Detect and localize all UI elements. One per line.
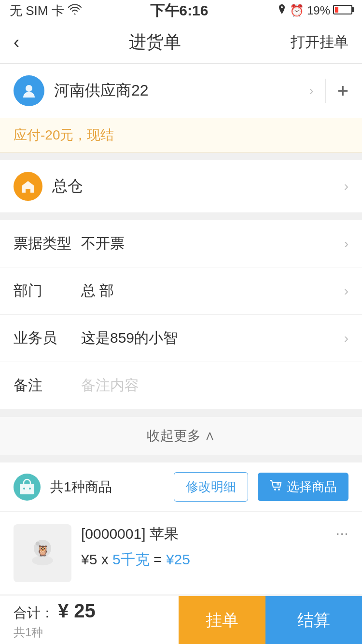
- payment-hint: 应付-20元，现结: [0, 118, 362, 153]
- invoice-value: 不开票: [81, 234, 344, 253]
- products-count: 共1种商品: [50, 478, 164, 496]
- total-amount: ¥ 25: [58, 600, 96, 622]
- unit-price: ¥5 x: [81, 551, 112, 567]
- equals: =: [153, 551, 166, 567]
- wifi-icon: [68, 3, 82, 18]
- svg-point-9: [32, 556, 53, 565]
- alarm-icon: ⏰: [290, 4, 304, 17]
- form-section: 票据类型 不开票 › 部门 总 部 › 业务员 这是859的小智 › 备注 备注…: [0, 220, 362, 409]
- total-label: 合计：: [14, 604, 54, 622]
- chevron-right-icon: ›: [344, 283, 348, 299]
- products-section: 共1种商品 修改明细 选择商品: [0, 462, 362, 594]
- svg-point-0: [26, 85, 32, 92]
- dept-value: 总 部: [81, 281, 344, 301]
- product-price: ¥5 x 5千克 = ¥25: [81, 550, 326, 570]
- select-product-button[interactable]: 选择商品: [258, 473, 348, 501]
- svg-rect-2: [20, 484, 34, 494]
- battery-pct: 19%: [307, 4, 330, 17]
- supplier-avatar: [14, 75, 44, 106]
- chevron-right-icon: ›: [344, 179, 348, 194]
- product-thumbnail: 🦉: [14, 524, 71, 582]
- chevron-right-icon: ›: [309, 83, 313, 98]
- chevron-right-icon: ›: [344, 331, 348, 346]
- hang-order-button[interactable]: 挂单: [179, 596, 265, 644]
- nav-bar: ‹ 进货单 打开挂单: [0, 21, 362, 64]
- supplier-name: 河南供应商22: [54, 80, 309, 101]
- product-title: 苹果: [150, 526, 179, 542]
- collapse-label: 收起更多 ∧: [147, 427, 216, 445]
- remark-row[interactable]: 备注 备注内容: [0, 362, 362, 409]
- supplier-row[interactable]: 河南供应商22 › +: [0, 64, 362, 118]
- svg-point-4: [29, 488, 31, 490]
- products-header: 共1种商品 修改明细 选择商品: [0, 462, 362, 512]
- open-hang-button[interactable]: 打开挂单: [291, 32, 348, 52]
- warehouse-name: 总仓: [52, 176, 344, 197]
- product-name: [0000001] 苹果: [81, 524, 326, 544]
- salesman-value: 这是859的小智: [81, 328, 344, 348]
- dept-label: 部门: [14, 281, 81, 301]
- battery-icon: [333, 4, 352, 17]
- product-info: [0000001] 苹果 ¥5 x 5千克 = ¥25: [81, 524, 326, 570]
- carrier-label: 无 SIM 卡: [10, 2, 64, 19]
- salesman-row[interactable]: 业务员 这是859的小智 ›: [0, 315, 362, 362]
- remark-label: 备注: [14, 376, 81, 395]
- svg-point-5: [274, 489, 276, 490]
- back-button[interactable]: ‹: [14, 32, 19, 53]
- qty: 5千克: [112, 551, 150, 567]
- location-icon: [277, 4, 287, 17]
- footer-total: 合计： ¥ 25 共1种: [0, 600, 179, 640]
- chevron-right-icon: ›: [344, 236, 348, 252]
- supplier-card: 河南供应商22 › + 应付-20元，现结: [0, 64, 362, 153]
- warehouse-icon: [14, 172, 42, 201]
- status-left: 无 SIM 卡: [10, 2, 82, 19]
- svg-text:🦉: 🦉: [36, 544, 50, 557]
- status-bar: 无 SIM 卡 下午6:16 ⏰ 19%: [0, 0, 362, 21]
- svg-point-3: [23, 488, 25, 490]
- status-right: ⏰ 19%: [277, 4, 352, 17]
- vertical-divider: [325, 79, 326, 103]
- more-options-button[interactable]: ···: [335, 524, 348, 542]
- edit-detail-button[interactable]: 修改明细: [174, 472, 248, 502]
- collapse-row[interactable]: 收起更多 ∧: [0, 417, 362, 455]
- product-count-label: 共1种: [14, 626, 43, 639]
- cart-icon: [269, 479, 283, 494]
- product-id: [0000001]: [81, 526, 150, 542]
- add-supplier-button[interactable]: +: [337, 80, 348, 102]
- status-time: 下午6:16: [150, 1, 208, 21]
- checkout-button[interactable]: 结算: [265, 596, 362, 644]
- warehouse-card: 总仓 ›: [0, 160, 362, 212]
- select-product-label: 选择商品: [287, 478, 337, 495]
- svg-rect-1: [26, 189, 30, 193]
- footer: 合计： ¥ 25 共1种 挂单 结算: [0, 596, 362, 644]
- products-icon: [14, 474, 41, 501]
- total-price: ¥25: [166, 551, 190, 567]
- page-title: 进货单: [129, 30, 181, 54]
- warehouse-row[interactable]: 总仓 ›: [0, 160, 362, 212]
- remark-placeholder: 备注内容: [81, 376, 348, 395]
- product-item: 🦉 [0000001] 苹果 ¥5 x 5千克 = ¥25 ···: [0, 513, 362, 594]
- salesman-label: 业务员: [14, 328, 81, 348]
- invoice-type-row[interactable]: 票据类型 不开票 ›: [0, 220, 362, 267]
- invoice-label: 票据类型: [14, 234, 81, 253]
- svg-point-6: [278, 489, 280, 490]
- dept-row[interactable]: 部门 总 部 ›: [0, 267, 362, 315]
